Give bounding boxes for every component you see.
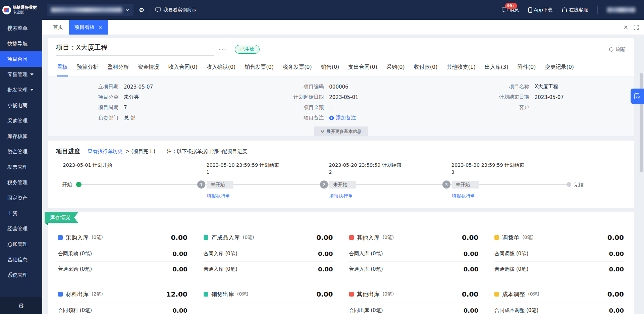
ptab-payments[interactable]: 收付款(0) [414,58,438,76]
sidebar-item-quick-nav[interactable]: 快捷导航 [0,36,42,51]
field-label: 项目分类 [48,94,118,100]
sidebar-item-system[interactable]: 系统管理 [0,267,42,283]
card-title: 调拨单 [502,234,519,242]
execution-history-link[interactable]: 查看执行单历史 [88,148,123,155]
sidebar-item-tax[interactable]: 税务管理 [0,175,42,190]
refresh-button[interactable]: 刷新 [609,46,626,53]
messages-button[interactable]: 99+ 消息 [502,7,519,13]
tab-project-dashboard[interactable]: 项目看板 × [69,20,108,35]
sidebar-item-purchasing[interactable]: 采购管理 [0,113,42,128]
field-label: 项目名称 [439,84,529,90]
milestone-3: 2023-05-30 23:59:59 计划结束 3 3 未开始 填报执行单 [446,161,554,206]
user-account[interactable] [607,7,635,12]
milestone-1: 2023-05-10 23:59:59 计划结束 1 1 未开始 填报执行单 [201,161,309,206]
project-tab-bar: 看板 预算分析 盈利分析 资金情况 收入合同(0) 收入确认(0) 销售发票(0… [48,58,634,77]
teal-square-icon [204,292,208,297]
sidebar-item-fixed-assets[interactable]: 固定资产 [0,190,42,206]
project-code-link[interactable]: 000006 [329,84,348,90]
app-download-button[interactable]: App下载 [528,7,552,13]
sidebar-item-funds[interactable]: 资金管理 [0,144,42,159]
ptab-dashboard[interactable]: 看板 [57,58,68,76]
ptab-budget-analysis[interactable]: 预算分析 [77,58,98,76]
scrollbar-thumb[interactable] [640,73,643,172]
sidebar-item-operations[interactable]: 经营管理 [0,221,42,237]
sidebar-item-retail[interactable]: 零售管理 [0,67,42,82]
sub-value: 0.00 [172,250,187,257]
demo-link[interactable]: 我要看实例演示 [155,7,196,13]
sidebar-item-label: 工资 [7,210,17,217]
sidebar-item-payroll[interactable]: 工资 [0,206,42,221]
ptab-attachments[interactable]: 附件(0) [518,58,536,76]
support-label: 在线客服 [569,7,588,13]
tab-home[interactable]: 首页 [47,20,69,35]
sidebar-item-search-menu[interactable]: 搜索菜单 [0,20,42,36]
settings-gear-button[interactable]: ⚙ [139,6,144,13]
sidebar-item-wholesale[interactable]: 批发管理 [0,82,42,98]
add-note-link[interactable]: 添加备注 [329,115,356,121]
yellow-square-icon [494,292,499,297]
milestone-node-dot: 3 [442,180,450,189]
yellow-square-icon [494,235,499,240]
chevron-down-icon [125,9,129,11]
sidebar-item-project-contract[interactable]: 项目合同 [0,51,42,67]
sidebar-item-label: 小畅电商 [7,102,28,109]
field-label: 项目周期 [48,104,118,111]
sidebar-item-invoices[interactable]: 发票管理 [0,159,42,175]
sidebar-item-label: 发票管理 [7,164,28,170]
fill-execution-order-link[interactable]: 填报执行单 [452,193,475,199]
ptab-other-income-expense[interactable]: 其他收支(1) [446,58,476,76]
sub-label: 合同成本调整 (0笔) [494,307,538,314]
milestone-node-dot: 2 [320,180,328,189]
phone-icon [528,7,532,13]
sidebar: 畅捷通好业财 专业版 搜索菜单 快捷导航 项目合同 零售管理 批发管理 小畅电商… [0,0,42,314]
field-label: 项目金额 [243,104,324,111]
ptab-change-log[interactable]: 变更记录(0) [545,58,574,76]
sidebar-item-inventory-accounting[interactable]: 库存核算 [0,128,42,144]
milestone-2: 2023-05-20 23:59:59 计划结束 2 2 未开始 填报执行单 [324,161,431,206]
card-value: 0.00 [462,290,478,298]
expand-more-info-button[interactable]: 展开更多基本信息 [314,126,368,136]
sidebar-item-ecommerce[interactable]: 小畅电商 [0,98,42,113]
card-count: (0笔) [237,291,249,297]
fill-execution-order-link[interactable]: 填报执行单 [329,193,353,199]
sidebar-item-label: 搜索菜单 [7,25,28,32]
status-badge: 已生效 [235,45,260,54]
ptab-income-confirmation[interactable]: 收入确认(0) [207,58,236,76]
ptab-tax-invoices[interactable]: 税务发票(0) [283,58,312,76]
milestone-date: 2023-05-10 23:59:59 计划结束 [206,162,279,168]
ptab-expense-contracts[interactable]: 支出合同(0) [348,58,377,76]
sidebar-nav: 搜索菜单 快捷导航 项目合同 零售管理 批发管理 小畅电商 采购管理 库存核算 … [0,20,42,297]
sidebar-item-general-ledger[interactable]: 总账管理 [0,237,42,252]
card-value: 0.00 [171,233,187,242]
ptab-purchasing[interactable]: 采购(0) [386,58,405,76]
ptab-sales[interactable]: 销售(0) [321,58,339,76]
ptab-funds[interactable]: 资金情况 [138,58,159,76]
field-value: -- [535,105,538,111]
progress-title: 项目进度 [56,147,80,155]
card-title: 产成品入库 [211,234,240,242]
field-label: 负责部门 [48,115,118,121]
support-button[interactable]: 在线客服 [562,7,588,13]
fill-execution-order-link[interactable]: 填报执行单 [207,193,230,199]
more-actions-button[interactable]: ··· [218,45,227,53]
fullscreen-icon[interactable] [634,25,639,30]
close-tab-icon[interactable]: × [99,25,102,30]
sub-value: 0.00 [464,266,478,273]
ptab-sales-invoices[interactable]: 销售发票(0) [245,58,274,76]
ptab-income-contracts[interactable]: 收入合同(0) [168,58,198,76]
project-info-area: 立项日期2023-05-07 项目分类未分类 项目周期7 负责部门总 部 项目编… [48,77,634,136]
quick-note-floating-button[interactable] [631,89,644,104]
ptab-stock-in-out[interactable]: 出入库(3) [485,58,508,76]
sidebar-settings-button[interactable]: ⚙ [0,297,42,314]
sub-label: 普通入库 (0笔) [204,266,237,272]
sidebar-item-label: 批发管理 [7,87,28,93]
sub-value: 0.00 [172,266,187,273]
card-sub-row: 合同出库 (0笔)0.00 [348,303,479,314]
vertical-scrollbar[interactable] [639,36,643,313]
close-all-icon[interactable]: × [624,24,628,31]
company-selector[interactable] [47,4,133,16]
card-title: 成本调整 [502,291,525,298]
speech-bubble-icon [155,7,161,12]
sidebar-item-basic-info[interactable]: 基础信息 [0,252,42,267]
ptab-profit-analysis[interactable]: 盈利分析 [107,58,129,76]
